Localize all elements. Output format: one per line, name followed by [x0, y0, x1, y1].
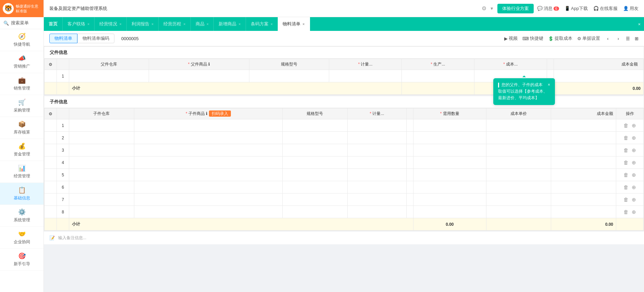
delete-row3-btn[interactable]: 🗑: [623, 147, 629, 153]
online-service-btn[interactable]: 🎧 在线客服: [593, 5, 618, 12]
system-icon: ⚙️: [18, 208, 26, 216]
tab-history-close[interactable]: ×: [183, 22, 185, 26]
nav-next[interactable]: ›: [616, 36, 621, 41]
tab-products[interactable]: 商品 ×: [191, 17, 214, 31]
sidebar-item-enterprise[interactable]: 🤝 企业协同: [0, 227, 44, 249]
tab-home[interactable]: 首页: [44, 17, 63, 31]
delete-row5-btn[interactable]: 🗑: [623, 172, 629, 178]
grid-view-btn[interactable]: ⊞: [635, 36, 639, 41]
sidebar-item-quick-nav[interactable]: 🧭 快捷导航: [0, 29, 44, 51]
parent-row-product[interactable]: [149, 70, 249, 82]
enterprise-icon: 🤝: [18, 230, 26, 238]
sidebar-item-finance[interactable]: 💰 资金管理: [0, 139, 44, 161]
child-subtotal-row: 小计 0.00 0.00: [45, 218, 644, 231]
tooltip-bar: [498, 83, 499, 87]
sub-tab-bom-code[interactable]: 物料清单编码: [77, 34, 114, 43]
tab-operations-close[interactable]: ×: [119, 22, 121, 26]
sidebar-item-purchase[interactable]: 🛒 采购管理: [0, 95, 44, 117]
child-row1-product[interactable]: [134, 119, 283, 132]
content-area: × 您的父件、子件的成本取值可以选择【参考成本、最新进价、平均成本】 父件信息 …: [44, 46, 644, 292]
experience-btn[interactable]: 体验行业方案: [497, 4, 534, 13]
user-icon: 👤: [623, 6, 629, 11]
extract-cost-btn[interactable]: 💲 提取成本: [548, 35, 572, 42]
sidebar-item-newbie[interactable]: 🎯 新手引导: [0, 249, 44, 271]
delete-row6-btn[interactable]: 🗑: [623, 184, 629, 190]
tab-profit-close[interactable]: ×: [151, 22, 153, 26]
parent-col-production: * 生产...: [401, 59, 474, 70]
copy-row7-btn[interactable]: ⊕: [632, 197, 636, 202]
child-row1-unit[interactable]: [347, 119, 406, 132]
parent-row-unit[interactable]: [329, 70, 401, 82]
delete-row2-btn[interactable]: 🗑: [623, 135, 629, 141]
delete-row7-btn[interactable]: 🗑: [623, 197, 629, 202]
copy-row3-btn[interactable]: ⊕: [632, 147, 636, 153]
tab-bom-close[interactable]: ×: [302, 22, 305, 26]
child-subtotal-cost-amount: 0.00: [551, 218, 616, 231]
phone-icon: 📱: [565, 6, 570, 11]
child-table-row: 1 🗑 ⊕: [45, 119, 644, 132]
tab-new-product-close[interactable]: ×: [238, 22, 240, 26]
tab-history[interactable]: 经营历程 ×: [159, 17, 190, 31]
video-btn[interactable]: ▶ 视频: [504, 35, 518, 42]
app-download-btn[interactable]: 📱 App下载: [565, 5, 588, 12]
copy-row4-btn[interactable]: ⊕: [632, 160, 636, 165]
tab-operations[interactable]: 经营情况 ×: [95, 17, 126, 31]
child-row1-warehouse[interactable]: [69, 119, 134, 132]
nav-prev[interactable]: ‹: [605, 36, 610, 41]
sidebar-item-basic-info[interactable]: 📋 基础信息: [0, 183, 44, 205]
child-table-row: 5 🗑 ⊕: [45, 169, 644, 181]
parent-col-gear[interactable]: ⚙: [45, 59, 57, 70]
single-settings-btn[interactable]: ⚙ 单据设置: [577, 35, 600, 42]
parent-row-spec[interactable]: [249, 70, 329, 82]
tab-customers[interactable]: 客户联络 ×: [63, 17, 95, 31]
tab-barcode[interactable]: 条码方案 ×: [246, 17, 278, 31]
copy-row6-btn[interactable]: ⊕: [632, 184, 636, 190]
parent-row-production[interactable]: [401, 70, 474, 82]
tab-customers-close[interactable]: ×: [87, 22, 89, 26]
child-table: ⚙ 子件仓库 * 子件商品 ℹ 扫码录入 规格型号 * 计量...: [44, 108, 644, 231]
tab-new-product[interactable]: 新增商品 ×: [214, 17, 246, 31]
message-btn[interactable]: 💬 消息 6: [537, 5, 559, 12]
sidebar-item-sales[interactable]: 💼 销售管理: [0, 73, 44, 95]
delete-row4-btn[interactable]: 🗑: [623, 160, 629, 165]
copy-row5-btn[interactable]: ⊕: [632, 172, 636, 178]
shortcut-icon: ⌨: [522, 36, 529, 41]
parent-subtotal-cost-amount: 0.00: [554, 82, 643, 95]
tab-products-close[interactable]: ×: [207, 22, 209, 26]
sub-tab-bom-list[interactable]: 物料清单: [49, 34, 77, 43]
child-row1-quantity[interactable]: [413, 119, 486, 132]
copy-row2-btn[interactable]: ⊕: [632, 135, 636, 141]
user-btn[interactable]: 👤 用友: [623, 5, 639, 12]
sidebar-item-marketing[interactable]: 📣 营销推广: [0, 51, 44, 73]
footer-hint: 输入备注信息...: [58, 235, 86, 241]
tab-barcode-close[interactable]: ×: [271, 22, 273, 26]
delete-row8-btn[interactable]: 🗑: [623, 209, 629, 215]
tab-close-all[interactable]: ×: [634, 22, 644, 27]
sidebar-search[interactable]: 🔍 搜索菜单: [0, 17, 44, 29]
child-col-ops: 操作: [616, 108, 644, 119]
finance-icon: 💰: [18, 142, 26, 150]
tab-profit[interactable]: 利润报告 ×: [127, 17, 159, 31]
copy-row8-btn[interactable]: ⊕: [632, 209, 636, 215]
sidebar-item-operations[interactable]: 📊 经营管理: [0, 161, 44, 183]
tab-bom[interactable]: 物料清单 ×: [278, 17, 310, 31]
sidebar-item-system[interactable]: ⚙️ 系统管理: [0, 205, 44, 227]
child-table-row: 7 🗑 ⊕: [45, 194, 644, 206]
tooltip-close-btn[interactable]: ×: [548, 82, 550, 88]
copy-row1-btn[interactable]: ⊕: [632, 122, 636, 128]
sidebar-item-inventory[interactable]: 📦 库存核算: [0, 117, 44, 139]
child-col-unit-cost: 成本单价: [486, 108, 551, 119]
dropdown-icon[interactable]: ▼: [490, 6, 494, 11]
sales-icon: 💼: [18, 77, 26, 84]
child-row1-num: 1: [57, 119, 69, 132]
child-col-gear[interactable]: ⚙: [45, 108, 57, 119]
child-subtotal-label: 小计: [69, 218, 413, 231]
child-row1-unit-cost[interactable]: [486, 119, 551, 132]
parent-row-warehouse[interactable]: [69, 70, 149, 82]
settings-icon[interactable]: ⚙: [482, 5, 486, 12]
delete-row1-btn[interactable]: 🗑: [623, 122, 629, 128]
shortcut-btn[interactable]: ⌨ 快捷键: [522, 35, 543, 42]
list-view-btn[interactable]: ☰: [626, 36, 630, 41]
child-row1-spec[interactable]: [283, 119, 348, 132]
scan-badge[interactable]: 扫码录入: [209, 110, 231, 117]
